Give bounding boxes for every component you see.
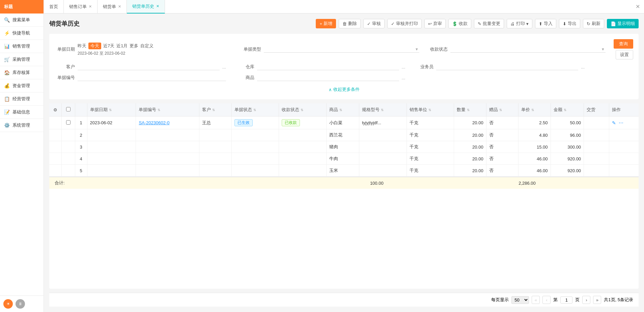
batch-change-button[interactable]: ✎ 批量变更 bbox=[474, 19, 504, 28]
cell-unit: 千克 bbox=[407, 153, 454, 165]
cell-spec bbox=[359, 165, 407, 177]
basic-info-icon: 📝 bbox=[4, 109, 10, 115]
approve-print-icon: ✓ bbox=[391, 21, 395, 26]
export-button[interactable]: ⬇ 导出 bbox=[559, 19, 580, 28]
more-icon[interactable]: ⋯ bbox=[619, 120, 623, 126]
doc-no-link[interactable]: SA-20230602-0 bbox=[139, 120, 169, 125]
doc-type-select[interactable]: ▾ bbox=[264, 46, 419, 53]
add-button[interactable]: + 新增 bbox=[316, 19, 336, 28]
last-page-btn[interactable]: » bbox=[593, 296, 601, 304]
col-price[interactable]: 单价⇅ bbox=[519, 103, 551, 116]
cell-payment-status bbox=[279, 165, 327, 177]
sidebar-footer-btn-1[interactable]: ☀ bbox=[3, 299, 13, 309]
shortcut-more[interactable]: 更多 bbox=[130, 43, 138, 49]
refresh-button[interactable]: ↻ 刷新 bbox=[583, 19, 604, 28]
tab-sales-order[interactable]: 销售订单 ✕ bbox=[64, 0, 97, 14]
delete-button[interactable]: 🗑 删除 bbox=[339, 19, 361, 28]
tab-sales-order-close[interactable]: ✕ bbox=[89, 4, 92, 9]
shortcut-1month[interactable]: 近1月 bbox=[116, 43, 128, 49]
cell-spec bbox=[359, 141, 407, 153]
first-page-btn[interactable]: « bbox=[532, 296, 540, 304]
cell-action bbox=[609, 129, 639, 141]
table-row: 2 西兰花 千克 20.00 否 4.80 96.00 bbox=[49, 129, 639, 141]
shortcut-7days[interactable]: 近7天 bbox=[103, 43, 114, 49]
next-page-btn[interactable]: › bbox=[582, 296, 590, 304]
show-detail-button[interactable]: 📄 显示明细 bbox=[607, 19, 639, 28]
payment-status-select[interactable]: ▾ bbox=[450, 46, 606, 53]
cell-num: 5 bbox=[75, 165, 87, 177]
select-all-checkbox[interactable] bbox=[66, 107, 71, 111]
sort-gift-icon: ⇅ bbox=[499, 108, 502, 112]
query-button[interactable]: 查询 bbox=[614, 39, 633, 49]
cell-unit: 千克 bbox=[407, 116, 454, 129]
shortcut-today[interactable]: 今天 bbox=[88, 43, 101, 49]
col-qty[interactable]: 数量⇅ bbox=[454, 103, 486, 116]
sidebar-item-basic-info[interactable]: 📝 基础信息 bbox=[0, 106, 44, 119]
shortcut-custom[interactable]: 自定义 bbox=[140, 43, 153, 49]
customer-dots[interactable]: ... bbox=[222, 64, 226, 70]
collect-button[interactable]: 💲 收款 bbox=[448, 19, 471, 28]
per-page-select[interactable]: 50 100 bbox=[511, 296, 529, 304]
sidebar-title: 标题 bbox=[4, 4, 13, 10]
abandon-button[interactable]: ↩ 弃审 bbox=[424, 19, 446, 28]
sidebar-item-search-menu[interactable]: 🔍 搜索菜单 bbox=[0, 14, 44, 27]
goods-dots[interactable]: ... bbox=[402, 75, 405, 80]
sidebar-item-purchase-mgmt[interactable]: 🛒 采购管理 bbox=[0, 53, 44, 66]
docno-input[interactable] bbox=[78, 74, 226, 81]
col-doc-status[interactable]: 单据状态⇅ bbox=[231, 103, 279, 116]
collapse-button[interactable]: ∧ 收起更多条件 bbox=[55, 85, 633, 94]
col-goods[interactable]: 商品⇅ bbox=[326, 103, 359, 116]
sidebar-item-sales-mgmt[interactable]: 📊 销售管理 bbox=[0, 40, 44, 53]
tab-sales-order-label: 销售订单 bbox=[69, 4, 87, 10]
content: 销货单历史 + 新增 🗑 删除 ✓ 审核 ✓ 审核并打印 bbox=[44, 14, 644, 312]
page-input[interactable] bbox=[560, 296, 572, 304]
approve-print-button[interactable]: ✓ 审核并打印 bbox=[387, 19, 422, 28]
cell-price: 46.00 bbox=[519, 153, 551, 165]
tab-sales-history[interactable]: 销货单历史 ✕ bbox=[127, 0, 165, 14]
cell-qty: 20.00 bbox=[454, 165, 486, 177]
col-payment-status[interactable]: 收款状态⇅ bbox=[279, 103, 327, 116]
sidebar-item-sys-mgmt[interactable]: ⚙️ 系统管理 bbox=[0, 119, 44, 132]
tab-sales-history-close[interactable]: ✕ bbox=[156, 4, 159, 8]
goods-input[interactable] bbox=[257, 74, 399, 81]
sidebar-footer-btn-2[interactable]: ⏸ bbox=[16, 299, 25, 309]
filter-settings-button[interactable]: 设置 bbox=[616, 50, 633, 59]
col-doc-date[interactable]: 单据日期⇅ bbox=[87, 103, 136, 116]
warehouse-dots[interactable]: ... bbox=[402, 64, 405, 70]
salesperson-dots[interactable]: ... bbox=[581, 64, 585, 70]
salesperson-input[interactable] bbox=[436, 63, 578, 70]
col-gift[interactable]: 赠品⇅ bbox=[486, 103, 518, 116]
prev-page-btn[interactable]: ‹ bbox=[542, 296, 551, 304]
col-doc-no[interactable]: 单据编号⇅ bbox=[136, 103, 199, 116]
shortcut-yesterday[interactable]: 昨天 bbox=[78, 43, 86, 49]
edit-icon[interactable]: ✎ bbox=[612, 120, 616, 126]
action-icons: ✎ ⋯ bbox=[612, 120, 636, 126]
tabs-close-all[interactable]: ✕ bbox=[632, 3, 644, 10]
tab-sales-goods[interactable]: 销货单 ✕ bbox=[97, 0, 127, 14]
col-customer[interactable]: 客户⇅ bbox=[199, 103, 231, 116]
filter-item-date: 单据日期 昨天 今天 近7天 近1月 更多 自定义 2023-06-02 至 2… bbox=[55, 43, 233, 56]
row-checkbox[interactable] bbox=[66, 120, 71, 125]
col-unit[interactable]: 销售单位⇅ bbox=[407, 103, 454, 116]
approve-button[interactable]: ✓ 审核 bbox=[363, 19, 385, 28]
sidebar-item-ops[interactable]: 📋 经营管理 bbox=[0, 93, 44, 106]
col-num bbox=[75, 103, 87, 116]
customer-label: 客户 bbox=[55, 64, 75, 70]
sidebar-item-finance[interactable]: 💰 资金管理 bbox=[0, 79, 44, 93]
col-settings[interactable]: ⚙ bbox=[49, 103, 61, 116]
customer-input[interactable] bbox=[78, 63, 220, 70]
tab-home[interactable]: 首页 bbox=[44, 0, 64, 14]
sidebar-item-quick-nav[interactable]: ⚡ 快捷导航 bbox=[0, 27, 44, 40]
sales-mgmt-icon: 📊 bbox=[4, 44, 10, 49]
warehouse-input[interactable] bbox=[257, 63, 399, 70]
sys-mgmt-icon: ⚙️ bbox=[4, 123, 10, 128]
print-button[interactable]: 🖨 打印 ▾ bbox=[507, 19, 532, 28]
col-amount[interactable]: 金额⇅ bbox=[551, 103, 584, 116]
tab-sales-goods-close[interactable]: ✕ bbox=[118, 4, 121, 9]
import-button[interactable]: ⬆ 导入 bbox=[535, 19, 556, 28]
abandon-icon: ↩ bbox=[428, 21, 432, 26]
table-body: 1 2023-06-02 SA-20230602-0 王总 已生效 已收款 小白… bbox=[49, 116, 639, 177]
col-spec[interactable]: 规格型号⇅ bbox=[359, 103, 407, 116]
inventory-icon: 🏠 bbox=[4, 70, 10, 75]
sidebar-item-inventory[interactable]: 🏠 库存核算 bbox=[0, 66, 44, 79]
